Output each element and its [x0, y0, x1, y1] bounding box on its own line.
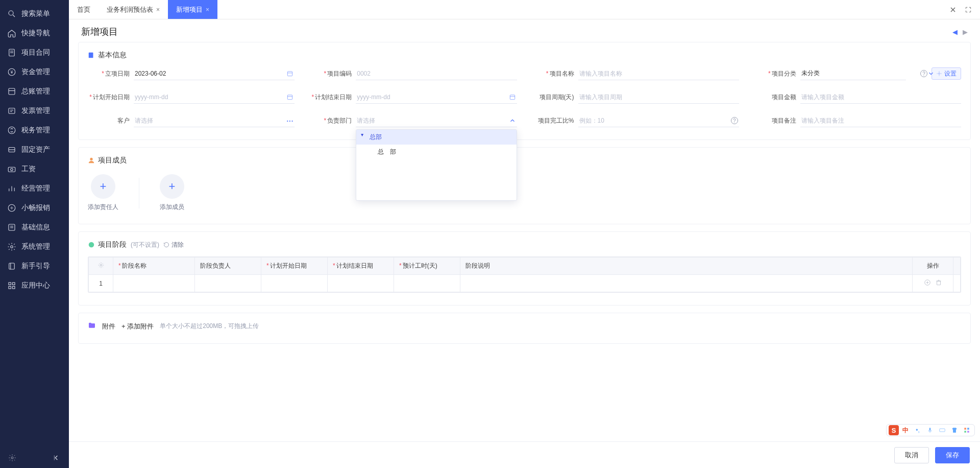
- input-plan-end[interactable]: [356, 90, 517, 104]
- sidebar-item-tax[interactable]: 税务管理: [0, 121, 69, 140]
- sidebar-item-quicknav[interactable]: 快捷导航: [0, 24, 69, 43]
- reimburse-icon: [7, 203, 16, 213]
- help-icon[interactable]: ?: [920, 70, 927, 77]
- sidebar-item-salary[interactable]: 工资: [0, 159, 69, 179]
- sidebar-item-project-contract[interactable]: 项目合同: [0, 43, 69, 62]
- svg-point-38: [939, 73, 940, 75]
- tab-profit-forecast[interactable]: 业务利润预估表×: [99, 0, 168, 19]
- input-remark[interactable]: [800, 114, 961, 127]
- label-complete-pct: 项目完工比%: [538, 117, 574, 124]
- sidebar-item-label: 工资: [21, 165, 36, 174]
- sidebar-item-label: 资金管理: [21, 67, 50, 77]
- svg-rect-57: [964, 431, 966, 433]
- settings-button[interactable]: 设置: [932, 67, 961, 80]
- ime-punct-icon[interactable]: •,: [912, 425, 923, 435]
- select-customer[interactable]: [134, 114, 295, 127]
- input-project-period[interactable]: [578, 90, 739, 104]
- tab-label: 新增项目: [176, 5, 203, 14]
- add-attachment-button[interactable]: + 添加附件: [121, 322, 154, 331]
- cell-phase-owner[interactable]: [195, 275, 261, 292]
- add-row-icon[interactable]: [924, 279, 931, 286]
- dept-option-child[interactable]: 总 部: [356, 145, 516, 159]
- col-gear[interactable]: [89, 258, 113, 275]
- tabs-bar: 首页 业务利润预估表× 新增项目×: [69, 0, 980, 19]
- sidebar-item-apps[interactable]: 应用中心: [0, 276, 69, 295]
- cell-desc[interactable]: [460, 275, 913, 292]
- fullscreen-icon[interactable]: [963, 4, 974, 15]
- svg-rect-9: [9, 108, 15, 114]
- cell-plan-end[interactable]: [328, 275, 394, 292]
- add-member-button[interactable]: +: [160, 174, 184, 199]
- add-member-label: 添加成员: [160, 203, 184, 212]
- sidebar-item-invoice[interactable]: 发票管理: [0, 101, 69, 121]
- ime-keyboard-icon[interactable]: [937, 425, 948, 435]
- prev-record-icon[interactable]: ◀: [952, 28, 958, 36]
- tab-new-project[interactable]: 新增项目×: [168, 0, 217, 19]
- invoice-icon: [7, 106, 16, 115]
- sidebar-item-baseinfo[interactable]: 基础信息: [0, 218, 69, 237]
- ime-toolbar[interactable]: S 中 •,: [886, 424, 975, 436]
- sidebar-item-label: 经营管理: [21, 184, 50, 193]
- input-project-code[interactable]: [356, 67, 517, 80]
- add-owner-button[interactable]: +: [91, 174, 115, 199]
- sidebar-item-label: 发票管理: [21, 106, 50, 115]
- main: 首页 业务利润预估表× 新增项目× 新增项目 ◀ ▶ 基本信息: [69, 0, 980, 468]
- sidebar-item-ledger[interactable]: 总账管理: [0, 82, 69, 101]
- input-complete-pct[interactable]: [578, 114, 739, 127]
- next-record-icon[interactable]: ▶: [963, 28, 968, 36]
- sidebar-item-biz[interactable]: 经营管理: [0, 179, 69, 198]
- settings-gear-icon[interactable]: [7, 453, 17, 463]
- sidebar-item-label: 基础信息: [21, 223, 50, 232]
- sidebar-item-label: 项目合同: [21, 48, 50, 57]
- row-index: 1: [89, 275, 113, 292]
- ledger-icon: [7, 87, 16, 96]
- close-icon[interactable]: ×: [206, 6, 209, 13]
- scrollbar-placeholder: [953, 258, 961, 275]
- label-plan-start: 计划开始日期: [93, 93, 130, 101]
- collapse-sidebar-icon[interactable]: [52, 453, 62, 463]
- sidebar-item-guide[interactable]: 新手引导: [0, 256, 69, 276]
- dept-dropdown[interactable]: 总部 总 部: [356, 129, 517, 201]
- ime-toolbox-icon[interactable]: [961, 425, 972, 435]
- sidebar-item-reimburse[interactable]: 小畅报销: [0, 198, 69, 218]
- sidebar-item-label: 搜索菜单: [21, 9, 50, 18]
- cancel-button[interactable]: 取消: [894, 447, 929, 463]
- close-icon[interactable]: ×: [156, 6, 160, 13]
- input-project-amount[interactable]: [800, 90, 961, 104]
- calendar-icon[interactable]: [286, 70, 293, 77]
- ime-lang[interactable]: 中: [900, 425, 911, 435]
- card-members: 项目成员 + 添加责任人 + 添加成员: [78, 147, 971, 224]
- sidebar-item-funds[interactable]: ¥ 资金管理: [0, 62, 69, 82]
- dept-option-parent[interactable]: 总部: [356, 130, 516, 145]
- input-project-name[interactable]: [578, 67, 739, 80]
- close-all-tabs-icon[interactable]: [947, 4, 959, 15]
- page-footer: 取消 保存: [69, 441, 980, 468]
- input-project-date[interactable]: [134, 67, 295, 80]
- svg-rect-54: [940, 429, 945, 432]
- tab-home[interactable]: 首页: [69, 0, 99, 19]
- sidebar-item-system[interactable]: 系统管理: [0, 237, 69, 256]
- help-icon[interactable]: ?: [731, 117, 738, 124]
- ime-logo-icon: S: [889, 425, 899, 435]
- sidebar-item-search[interactable]: 搜索菜单: [0, 4, 69, 24]
- input-plan-start[interactable]: [134, 90, 295, 104]
- ime-skin-icon[interactable]: [949, 425, 960, 435]
- calendar-icon[interactable]: [509, 93, 516, 101]
- label-customer: 客户: [117, 117, 130, 124]
- select-project-class[interactable]: [800, 67, 906, 80]
- more-icon[interactable]: ···: [286, 117, 293, 125]
- save-button[interactable]: 保存: [935, 447, 970, 463]
- calendar-icon[interactable]: [286, 93, 293, 101]
- cell-est-hours[interactable]: [394, 275, 460, 292]
- table-row[interactable]: 1: [89, 275, 961, 292]
- sidebar-item-asset[interactable]: 固定资产: [0, 140, 69, 159]
- select-dept[interactable]: [356, 114, 517, 127]
- cell-plan-start[interactable]: [261, 275, 328, 292]
- clear-phases-button[interactable]: 清除: [163, 241, 184, 249]
- scrollbar-placeholder[interactable]: [953, 275, 961, 292]
- chevron-up-icon[interactable]: [509, 117, 516, 124]
- cell-phase-name[interactable]: [113, 275, 195, 292]
- delete-row-icon[interactable]: [935, 279, 942, 286]
- chevron-down-icon[interactable]: [927, 70, 935, 77]
- ime-mic-icon[interactable]: [924, 425, 936, 435]
